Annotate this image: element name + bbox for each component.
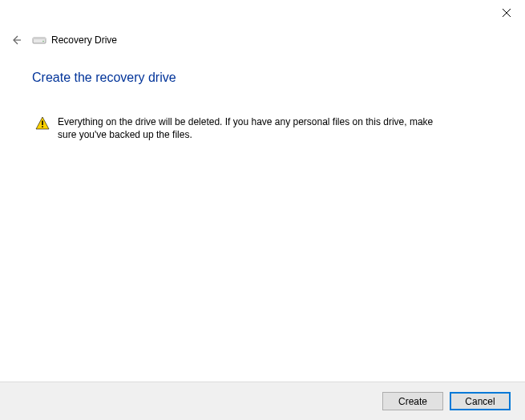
wizard-header: Recovery Drive: [0, 24, 525, 48]
back-arrow-icon: [10, 34, 22, 46]
titlebar: [0, 0, 525, 24]
back-button[interactable]: [8, 32, 24, 48]
close-button[interactable]: [495, 3, 519, 22]
svg-rect-4: [33, 38, 46, 39]
content-area: Create the recovery drive Everything on …: [0, 48, 525, 141]
close-icon: [502, 8, 511, 18]
warning-icon: [35, 116, 50, 133]
footer: Create Cancel: [0, 382, 525, 420]
cancel-button[interactable]: Cancel: [450, 392, 511, 410]
svg-rect-7: [42, 126, 43, 127]
svg-point-5: [42, 41, 44, 42]
create-button[interactable]: Create: [382, 392, 443, 410]
svg-rect-6: [42, 121, 43, 126]
warning-text: Everything on the drive will be deleted.…: [58, 115, 450, 141]
page-title: Create the recovery drive: [32, 71, 493, 85]
warning-message: Everything on the drive will be deleted.…: [32, 115, 493, 141]
drive-icon: [32, 34, 46, 46]
header-title: Recovery Drive: [51, 34, 117, 46]
